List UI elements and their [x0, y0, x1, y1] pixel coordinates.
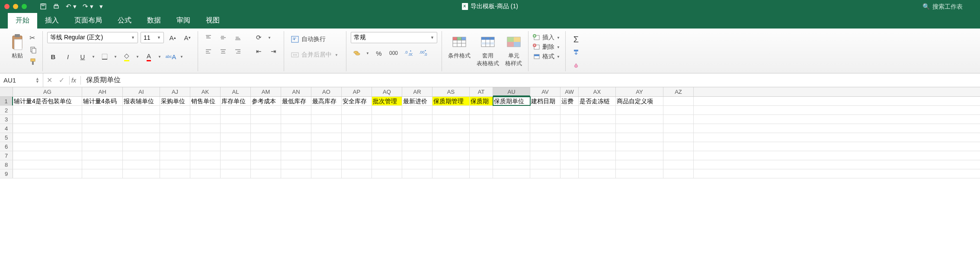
- cell[interactable]: 库存单位: [221, 97, 251, 105]
- column-header[interactable]: AU: [493, 87, 530, 96]
- cell[interactable]: [560, 169, 579, 178]
- cell[interactable]: [311, 151, 342, 160]
- cell[interactable]: [123, 142, 160, 151]
- row-header[interactable]: 7: [0, 151, 13, 160]
- cell[interactable]: [160, 169, 190, 178]
- cell[interactable]: [560, 133, 579, 142]
- cell[interactable]: [493, 142, 530, 151]
- cell[interactable]: [372, 160, 402, 169]
- undo-icon[interactable]: ↶ ▾: [66, 3, 77, 10]
- cell[interactable]: [251, 151, 281, 160]
- cell[interactable]: [402, 142, 432, 151]
- cell[interactable]: [402, 133, 432, 142]
- cell[interactable]: [530, 124, 560, 133]
- cell[interactable]: [123, 106, 160, 114]
- increase-decimal-button[interactable]: .0.00: [402, 48, 414, 59]
- cell[interactable]: [493, 151, 530, 160]
- cell[interactable]: [311, 133, 342, 142]
- cell[interactable]: [123, 160, 160, 169]
- cell[interactable]: [432, 151, 470, 160]
- cell[interactable]: [13, 115, 82, 124]
- align-middle-button[interactable]: [217, 32, 229, 43]
- cell[interactable]: [663, 97, 694, 105]
- cell[interactable]: [616, 115, 663, 124]
- decrease-indent-button[interactable]: ⇤: [253, 46, 265, 57]
- italic-button[interactable]: I: [62, 51, 74, 62]
- align-left-button[interactable]: [202, 46, 215, 57]
- cell[interactable]: [221, 160, 251, 169]
- cell[interactable]: 参考成本: [251, 97, 281, 105]
- cell[interactable]: [530, 133, 560, 142]
- cell[interactable]: [372, 124, 402, 133]
- row-header[interactable]: 6: [0, 142, 13, 151]
- cell[interactable]: [251, 160, 281, 169]
- cell[interactable]: [221, 124, 251, 133]
- column-header[interactable]: AO: [311, 87, 342, 96]
- cell[interactable]: [160, 142, 190, 151]
- cell[interactable]: [579, 124, 616, 133]
- cell[interactable]: [470, 133, 493, 142]
- cell[interactable]: 辅计量4条码: [82, 97, 123, 105]
- cell[interactable]: [82, 133, 123, 142]
- cell[interactable]: 最新进价: [402, 97, 432, 105]
- cell[interactable]: [82, 106, 123, 114]
- cell[interactable]: [281, 106, 311, 114]
- column-header[interactable]: AT: [470, 87, 493, 96]
- cell[interactable]: [493, 133, 530, 142]
- column-header[interactable]: AS: [432, 87, 470, 96]
- close-window-button[interactable]: [4, 4, 10, 9]
- cell[interactable]: [123, 151, 160, 160]
- wrap-text-button[interactable]: 自动换行: [288, 35, 328, 44]
- cell[interactable]: [616, 142, 663, 151]
- cell[interactable]: 报表辅单位: [123, 97, 160, 105]
- chevron-down-icon[interactable]: ▼: [366, 51, 370, 55]
- cell[interactable]: [342, 160, 372, 169]
- cell[interactable]: 安全库存: [342, 97, 372, 105]
- cell[interactable]: [372, 115, 402, 124]
- cell[interactable]: 批次管理: [372, 97, 402, 105]
- cell[interactable]: [82, 169, 123, 178]
- cell[interactable]: [13, 133, 82, 142]
- cell[interactable]: [190, 142, 221, 151]
- format-painter-icon[interactable]: [29, 58, 38, 67]
- cell[interactable]: [616, 151, 663, 160]
- cell[interactable]: [221, 106, 251, 114]
- name-box[interactable]: AU1 ▲▼: [0, 73, 43, 87]
- column-header[interactable]: AL: [221, 87, 251, 96]
- cell[interactable]: [432, 169, 470, 178]
- cell[interactable]: [160, 133, 190, 142]
- paste-button[interactable]: 粘贴: [8, 32, 27, 60]
- cell[interactable]: [560, 160, 579, 169]
- cell[interactable]: [579, 133, 616, 142]
- cell[interactable]: [221, 133, 251, 142]
- cell[interactable]: 建档日期: [530, 97, 560, 105]
- fx-icon[interactable]: fx: [71, 77, 76, 84]
- chevron-down-icon[interactable]: ▼: [268, 36, 272, 40]
- cell[interactable]: 运费: [560, 97, 579, 105]
- cell[interactable]: [160, 160, 190, 169]
- cell[interactable]: [663, 124, 694, 133]
- cell[interactable]: [402, 160, 432, 169]
- cell[interactable]: [432, 142, 470, 151]
- font-size-combo[interactable]: 11 ▼: [141, 32, 164, 43]
- cell[interactable]: [311, 106, 342, 114]
- cell[interactable]: [493, 124, 530, 133]
- cell[interactable]: [560, 151, 579, 160]
- column-header[interactable]: AM: [251, 87, 281, 96]
- cell[interactable]: [530, 169, 560, 178]
- column-header[interactable]: AH: [82, 87, 123, 96]
- cell[interactable]: [342, 115, 372, 124]
- cut-icon[interactable]: ✂: [29, 34, 38, 42]
- cell[interactable]: [190, 151, 221, 160]
- cell[interactable]: [493, 106, 530, 114]
- delete-cells-button[interactable]: 删除 ▼: [533, 43, 561, 51]
- cell[interactable]: [342, 124, 372, 133]
- clear-button[interactable]: [570, 60, 582, 71]
- cell[interactable]: [470, 124, 493, 133]
- cell[interactable]: [342, 151, 372, 160]
- align-bottom-button[interactable]: [232, 32, 244, 43]
- cell[interactable]: [402, 115, 432, 124]
- cell[interactable]: [123, 124, 160, 133]
- cell[interactable]: [579, 169, 616, 178]
- cell[interactable]: [251, 169, 281, 178]
